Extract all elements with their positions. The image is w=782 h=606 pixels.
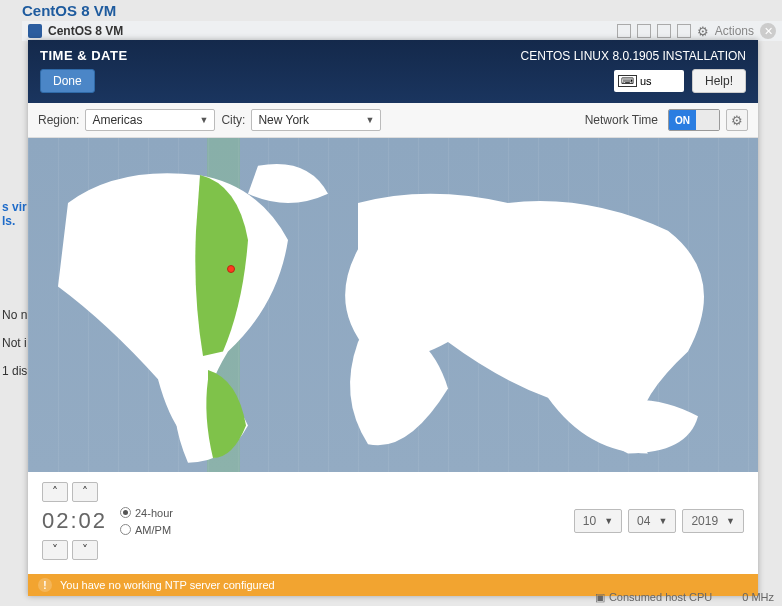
window-control-icon[interactable] (657, 24, 671, 38)
hour-up-button[interactable]: ˄ (42, 482, 68, 502)
network-time-toggle[interactable]: ON (668, 109, 720, 131)
city-value: New York (258, 113, 309, 127)
radio-24hour-label: 24-hour (135, 507, 173, 519)
background-text: s vir ls. No n Not i 1 dis (0, 200, 27, 378)
window-control-icon[interactable] (617, 24, 631, 38)
vm-title-bar: CentOS 8 VM Actions ✕ (22, 21, 782, 41)
vm-icon (28, 24, 42, 38)
radio-ampm[interactable]: AM/PM (120, 524, 173, 536)
cpu-icon: ▣ (595, 591, 605, 604)
chevron-down-icon: ▼ (658, 516, 667, 526)
time-display: 02:02 (42, 506, 102, 536)
bg-link: ls. (2, 214, 27, 228)
city-label: City: (221, 113, 245, 127)
keyboard-layout-box[interactable]: ⌨ us (614, 70, 684, 92)
chevron-down-icon: ▼ (199, 115, 208, 125)
install-title: CENTOS LINUX 8.0.1905 INSTALLATION (521, 49, 746, 63)
region-value: Americas (92, 113, 142, 127)
keyboard-icon: ⌨ (618, 75, 637, 87)
year-value: 2019 (691, 514, 718, 528)
bg-text: 1 dis (2, 364, 27, 378)
chevron-down-icon: ▼ (365, 115, 374, 125)
vm-title-label: CentOS 8 VM (48, 24, 123, 38)
day-value: 04 (637, 514, 650, 528)
minute-down-button[interactable]: ˅ (72, 540, 98, 560)
toggle-on-label: ON (669, 110, 696, 130)
chevron-down-icon: ▼ (604, 516, 613, 526)
region-label: Region: (38, 113, 79, 127)
day-dropdown[interactable]: 04 ▼ (628, 509, 676, 533)
outer-window-title: CentOS 8 VM (22, 2, 782, 19)
radio-icon (120, 507, 131, 518)
city-dropdown[interactable]: New York ▼ (251, 109, 381, 131)
radio-ampm-label: AM/PM (135, 524, 171, 536)
year-dropdown[interactable]: 2019 ▼ (682, 509, 744, 533)
help-button[interactable]: Help! (692, 69, 746, 93)
radio-24hour[interactable]: 24-hour (120, 507, 173, 519)
window-control-icon[interactable] (637, 24, 651, 38)
ntp-settings-button[interactable] (726, 109, 748, 131)
warning-icon: ! (38, 578, 52, 592)
window-control-icon[interactable] (677, 24, 691, 38)
minute-up-button[interactable]: ˄ (72, 482, 98, 502)
warning-text: You have no working NTP server configure… (60, 579, 275, 591)
gear-icon (731, 113, 743, 128)
bg-text: No n (2, 308, 27, 322)
network-time-label: Network Time (585, 113, 658, 127)
world-map (28, 138, 758, 472)
done-button[interactable]: Done (40, 69, 95, 93)
cpu-label: Consumed host CPU (609, 591, 712, 604)
page-title: TIME & DATE (40, 48, 128, 63)
footer-stats: ▣ Consumed host CPU 0 MHz (30, 591, 774, 604)
region-dropdown[interactable]: Americas ▼ (85, 109, 215, 131)
cpu-value: 0 MHz (742, 591, 774, 604)
timezone-map[interactable] (28, 138, 758, 472)
location-marker (227, 265, 235, 273)
chevron-down-icon: ▼ (726, 516, 735, 526)
bg-text: Not i (2, 336, 27, 350)
installer-window: TIME & DATE CENTOS LINUX 8.0.1905 INSTAL… (28, 40, 758, 596)
close-icon[interactable]: ✕ (760, 23, 776, 39)
radio-icon (120, 524, 131, 535)
gear-icon[interactable] (697, 24, 709, 39)
hour-down-button[interactable]: ˅ (42, 540, 68, 560)
month-dropdown[interactable]: 10 ▼ (574, 509, 622, 533)
actions-label[interactable]: Actions (715, 24, 754, 38)
month-value: 10 (583, 514, 596, 528)
keyboard-layout-label: us (640, 75, 652, 87)
bg-link: s vir (2, 200, 27, 214)
